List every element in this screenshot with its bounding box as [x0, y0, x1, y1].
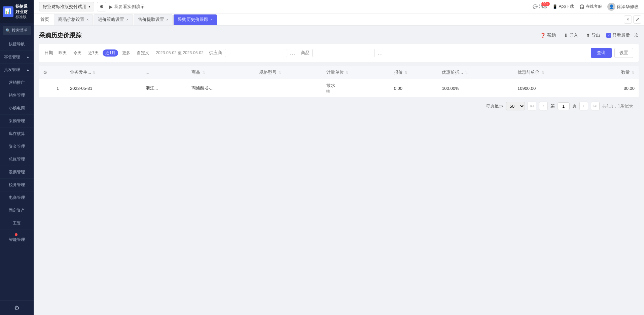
- sidebar-item-finance-mgmt[interactable]: 资金管理: [0, 140, 34, 153]
- per-page-select[interactable]: 50 10 20 100: [506, 102, 525, 110]
- query-button[interactable]: 查询: [591, 48, 612, 58]
- row-spec-cell: [255, 79, 323, 98]
- supplier-dots[interactable]: ...: [290, 50, 295, 56]
- message-icon: 💬: [533, 4, 538, 9]
- sidebar-item-tax-mgmt[interactable]: 税务管理: [0, 179, 34, 191]
- product-dots[interactable]: ...: [378, 50, 383, 56]
- topbar-left: 好业财标准版交付试用 ▾ ⚙ ▶ 我要看实例演示: [39, 2, 145, 11]
- user-profile[interactable]: 👤 徐泽华修改: [607, 3, 639, 11]
- smart-mgmt-label: 智能管理: [9, 237, 25, 243]
- only-last-checkbox-label[interactable]: ✓ 只看最后一次: [606, 32, 639, 38]
- tab-price-setting-close[interactable]: ×: [86, 18, 88, 22]
- export-icon: ⬆: [586, 33, 590, 38]
- tab-sale-setting-close[interactable]: ×: [166, 18, 168, 22]
- sidebar-item-marketing[interactable]: 营销推广: [0, 76, 34, 89]
- edition-selector[interactable]: 好业财标准版交付试用 ▾: [39, 2, 94, 11]
- chip-last7days[interactable]: 近7天: [85, 49, 101, 57]
- chip-last1month[interactable]: 近1月: [103, 49, 118, 57]
- sidebar-item-ecommerce-mgmt[interactable]: 电商管理: [0, 191, 34, 204]
- sort-biz-date-icon[interactable]: ⇅: [93, 71, 96, 74]
- chip-today[interactable]: 今天: [71, 49, 84, 57]
- filter-actions: 查询 设置: [591, 48, 633, 58]
- chip-custom[interactable]: 自定义: [134, 49, 152, 57]
- page-header: 采购历史价跟踪 ❓ 帮助 ⬇ 导入 ⬆ 导出 ✓ 只看最后一次: [39, 31, 639, 40]
- chip-yesterday[interactable]: 昨天: [56, 49, 69, 57]
- search-menu-button[interactable]: 🔍 搜索菜单: [3, 26, 31, 35]
- col-quote-price-label: 报价: [394, 70, 403, 75]
- tab-expand-button[interactable]: ⤢: [633, 15, 641, 24]
- sort-quote-price-icon[interactable]: ⇅: [404, 71, 407, 74]
- chip-more[interactable]: 更多: [119, 49, 133, 57]
- general-ledger-label: 总账管理: [9, 156, 25, 162]
- online-service-action[interactable]: 🎧 在线客服: [579, 4, 602, 9]
- sort-pre-discount-price-icon[interactable]: ⇅: [541, 71, 544, 74]
- sidebar-item-retail-mgmt[interactable]: 零售管理 ▲: [0, 51, 34, 64]
- settings-button[interactable]: 设置: [614, 48, 633, 58]
- help-button[interactable]: ❓ 帮助: [538, 31, 558, 40]
- tab-home[interactable]: 首页: [36, 14, 53, 25]
- import-button[interactable]: ⬇ 导入: [562, 31, 580, 40]
- tab-strategy-setting[interactable]: 进价策略设置 ×: [94, 14, 133, 25]
- date-chips: 昨天 今天 近7天 近1月 更多 自定义: [56, 49, 152, 57]
- sidebar-item-purchase-mgmt[interactable]: 采购管理: [0, 115, 34, 128]
- message-action[interactable]: 💬 消息 99+: [533, 4, 547, 9]
- sort-discount-icon[interactable]: ⇅: [465, 71, 468, 74]
- sort-unit-icon[interactable]: ⇅: [346, 71, 349, 74]
- demo-button[interactable]: ▶ 我要看实例演示: [109, 4, 145, 10]
- sort-spec-icon[interactable]: ⇅: [278, 71, 281, 74]
- sidebar-item-sales-mgmt[interactable]: 销售管理: [0, 89, 34, 102]
- table-row: 1 2023-05-31 浙江... 丙烯酸-2-... 散水 吨 0.00 1…: [39, 79, 639, 98]
- export-button[interactable]: ⬆ 导出: [584, 31, 602, 40]
- app-download-action[interactable]: 📱 App下载: [552, 4, 574, 9]
- topbar-gear-button[interactable]: ⚙: [97, 2, 106, 11]
- sidebar-item-quick-nav[interactable]: 快捷导航: [0, 38, 34, 51]
- pagination-last-button[interactable]: ⏭: [591, 102, 600, 110]
- sidebar-item-general-ledger[interactable]: 总账管理: [0, 153, 34, 166]
- only-last-checkbox[interactable]: ✓: [606, 33, 611, 38]
- quick-nav-label: 快捷导航: [9, 41, 25, 47]
- phone-icon: 📱: [552, 4, 558, 9]
- product-input[interactable]: [312, 49, 375, 57]
- pagination-first-button[interactable]: ⏮: [528, 102, 536, 110]
- table-body: 1 2023-05-31 浙江... 丙烯酸-2-... 散水 吨 0.00 1…: [39, 79, 639, 98]
- tab-home-label: 首页: [40, 16, 49, 23]
- help-label: 帮助: [547, 32, 556, 38]
- col-settings-icon[interactable]: ⚙: [43, 70, 47, 75]
- page-total: 共1页，1条记录: [602, 103, 633, 109]
- pagination-next-button[interactable]: ›: [579, 102, 588, 110]
- tab-strategy-setting-close[interactable]: ×: [126, 18, 128, 22]
- search-icon: 🔍: [5, 28, 10, 33]
- sidebar-settings-button[interactable]: ⚙: [14, 304, 20, 312]
- sidebar-item-fixed-assets[interactable]: 固定资产: [0, 204, 34, 217]
- ecommerce-mgmt-label: 电商管理: [9, 195, 25, 201]
- col-quote-price-header: 报价 ⇅: [390, 66, 438, 79]
- supplier-input[interactable]: [225, 49, 287, 57]
- fixed-assets-label: 固定资产: [9, 208, 25, 213]
- tab-close-panel-button[interactable]: ×: [624, 15, 632, 24]
- row-unit-value: 散水: [326, 83, 335, 88]
- import-label: 导入: [569, 32, 578, 38]
- invoice-mgmt-label: 发票管理: [9, 169, 25, 175]
- sort-product-icon[interactable]: ⇅: [202, 71, 205, 74]
- page-content: 采购历史价跟踪 ❓ 帮助 ⬇ 导入 ⬆ 导出 ✓ 只看最后一次: [34, 26, 644, 315]
- sidebar-logo: 📊 畅捷通好业财 标准版: [0, 0, 34, 23]
- sort-quantity-icon[interactable]: ⇅: [632, 71, 635, 74]
- pagination-prev-button[interactable]: ‹: [539, 102, 548, 110]
- tab-history-price-close[interactable]: ×: [210, 18, 212, 22]
- sidebar-item-invoice-mgmt[interactable]: 发票管理: [0, 166, 34, 179]
- sidebar-item-salary[interactable]: 工资: [0, 217, 34, 230]
- row-more-cell: 浙江...: [142, 79, 187, 98]
- sidebar-item-inventory[interactable]: 库存核算: [0, 128, 34, 140]
- smart-mgmt-dot: [15, 233, 17, 236]
- sidebar-item-wholesale-mgmt[interactable]: 批发管理 ▲: [0, 64, 34, 76]
- tab-sale-setting[interactable]: 售价提取设置 ×: [134, 14, 173, 25]
- tab-history-price[interactable]: 采购历史价跟踪 ×: [173, 14, 217, 25]
- sidebar-item-smart-mgmt[interactable]: 智能管理: [0, 230, 34, 246]
- wholesale-mgmt-label: 批发管理: [4, 67, 20, 73]
- search-menu-label: 搜索菜单: [12, 28, 28, 33]
- only-last-label: 只看最后一次: [612, 32, 639, 38]
- page-number-input[interactable]: [558, 102, 570, 110]
- col-unit-header: 计量单位 ⇅: [322, 66, 390, 79]
- sidebar-item-ecommerce-small[interactable]: 小畅电商: [0, 102, 34, 115]
- tab-price-setting[interactable]: 商品价格设置 ×: [54, 14, 93, 25]
